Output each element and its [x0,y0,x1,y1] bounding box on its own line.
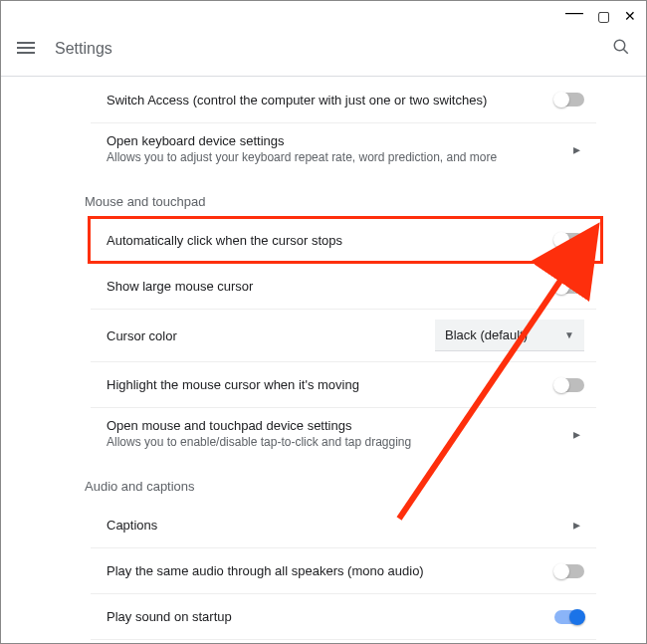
cursor-color-label: Cursor color [107,328,435,343]
row-keyboard-settings[interactable]: Open keyboard device settings Allows you… [91,122,596,174]
row-mono-audio[interactable]: Play the same audio through all speakers… [91,547,596,593]
row-cursor-color: Cursor color Black (default) ▼ [91,309,596,361]
row-autoclick[interactable]: Automatically click when the cursor stop… [91,217,596,263]
row-add-features[interactable]: Add additional features Open Chrome Web … [91,639,596,644]
startup-sound-toggle[interactable] [554,610,584,624]
svg-line-1 [623,49,628,54]
settings-content: Switch Access (control the computer with… [1,77,646,644]
captions-label: Captions [107,518,569,533]
cursor-color-value: Black (default) [445,327,528,342]
mono-audio-toggle[interactable] [554,564,584,578]
search-icon[interactable] [612,38,630,59]
switch-access-toggle[interactable] [554,93,584,107]
autoclick-toggle[interactable] [554,233,584,247]
keyboard-settings-title: Open keyboard device settings [107,133,569,148]
app-header: Settings [1,21,646,77]
hamburger-menu-icon[interactable] [17,39,37,59]
svg-point-0 [614,40,625,51]
row-mouse-settings[interactable]: Open mouse and touchpad device settings … [91,407,596,459]
row-highlight-cursor[interactable]: Highlight the mouse cursor when it's mov… [91,361,596,407]
row-captions[interactable]: Captions ▸ [91,502,596,547]
highlight-cursor-label: Highlight the mouse cursor when it's mov… [107,377,554,392]
large-cursor-label: Show large mouse cursor [107,279,554,294]
startup-sound-label: Play sound on startup [107,609,554,624]
row-large-cursor[interactable]: Show large mouse cursor [91,263,596,309]
highlight-cursor-toggle[interactable] [554,378,584,392]
large-cursor-toggle[interactable] [554,280,584,294]
window-controls: — ▢ ✕ [565,7,636,25]
chevron-right-icon[interactable]: ▸ [569,517,584,533]
row-switch-access[interactable]: Switch Access (control the computer with… [91,77,596,122]
chevron-right-icon[interactable]: ▸ [569,141,584,157]
keyboard-settings-sub: Allows you to adjust your keyboard repea… [107,150,569,164]
minimize-icon[interactable]: — [565,3,583,21]
mono-audio-label: Play the same audio through all speakers… [107,563,554,578]
autoclick-label: Automatically click when the cursor stop… [107,233,554,248]
switch-access-label: Switch Access (control the computer with… [107,93,554,107]
close-icon[interactable]: ✕ [624,9,636,23]
row-startup-sound[interactable]: Play sound on startup [91,593,596,639]
section-mouse-touchpad: Mouse and touchpad [85,174,596,217]
cursor-color-select[interactable]: Black (default) ▼ [435,320,584,351]
chevron-right-icon[interactable]: ▸ [569,426,584,442]
caret-down-icon: ▼ [564,329,574,340]
mouse-settings-sub: Allows you to enable/disable tap-to-clic… [107,435,569,449]
maximize-icon[interactable]: ▢ [597,9,610,23]
page-title: Settings [55,40,612,58]
section-audio-captions: Audio and captions [85,459,596,502]
mouse-settings-title: Open mouse and touchpad device settings [107,418,569,433]
